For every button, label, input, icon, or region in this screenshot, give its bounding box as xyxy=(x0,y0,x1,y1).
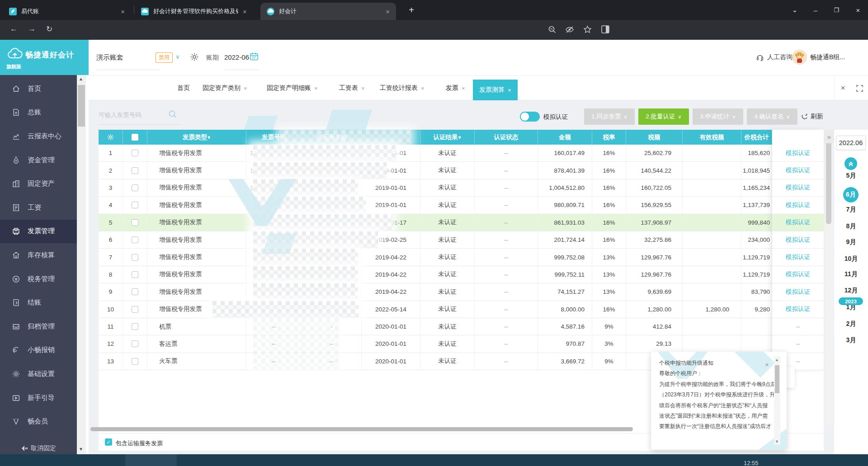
sidebar-item-小畅报销[interactable]: 小畅报销 xyxy=(0,339,77,362)
table-row[interactable]: 11机票---2020-01-01未认证--4,587.169%412.84 xyxy=(99,318,824,335)
side-panel-icon[interactable] xyxy=(601,25,609,33)
button-1.同步发票[interactable]: 1.同步发票∨ xyxy=(584,108,635,125)
scroll-up-icon[interactable]: ▲ xyxy=(775,358,779,362)
table-row[interactable]: 4增值税专用发票2019-01-01未认证--980,809.7116%156,… xyxy=(99,197,824,214)
select-all-checkbox[interactable] xyxy=(132,134,138,141)
browser-tab[interactable]: 易代账 × xyxy=(4,3,130,20)
table-row[interactable]: 5增值税专用发票2019-01-17未认证--861,931.0316%137,… xyxy=(99,214,824,231)
tab-close-icon[interactable]: × xyxy=(243,8,247,15)
table-row[interactable]: 8增值税专用发票2019-04-22未认证--999,752.1113%129,… xyxy=(99,266,824,283)
simulate-verify-link[interactable]: 模拟认证 xyxy=(772,145,824,162)
sidebar-item-总账[interactable]: 总账 xyxy=(0,101,77,125)
search-input[interactable]: 可输入发票号码 xyxy=(99,111,142,119)
account-name[interactable]: 演示账套 xyxy=(96,53,123,62)
settings-gear-icon[interactable] xyxy=(190,52,199,61)
sidebar-item-税务管理[interactable]: 税务管理 xyxy=(0,267,77,291)
month-item-9月[interactable]: 9月 xyxy=(834,238,868,246)
simulate-verify-link[interactable]: 模拟认证 xyxy=(772,301,824,318)
row-checkbox[interactable] xyxy=(132,184,138,191)
tab-固定资产类别[interactable]: 固定资产类别× xyxy=(203,76,247,100)
sidebar-item-归档管理[interactable]: 归档管理 xyxy=(0,315,77,339)
browser-tab-active[interactable]: 好会计 × xyxy=(260,3,396,20)
month-item-6月[interactable]: 6月 xyxy=(843,187,859,202)
refresh-button[interactable]: 刷新 xyxy=(801,113,823,121)
button-2.批量认证[interactable]: 2.批量认证∨ xyxy=(638,108,689,125)
row-checkbox[interactable] xyxy=(132,358,138,365)
popup-close-icon[interactable]: × xyxy=(765,361,769,368)
table-row[interactable]: 9增值税专用发票2019-04-22未认证--74,151.2713%9,639… xyxy=(99,283,824,301)
row-checkbox[interactable] xyxy=(132,271,138,278)
tab-close-icon[interactable]: × xyxy=(361,85,365,92)
simulate-verify-link[interactable]: 模拟认证 xyxy=(772,162,824,179)
row-checkbox[interactable] xyxy=(132,202,138,208)
sidebar-item-畅会员[interactable]: 畅会员 xyxy=(0,410,77,433)
tab-工资统计报表[interactable]: 工资统计报表× xyxy=(380,76,425,100)
sidebar-item-结账[interactable]: 结账 xyxy=(0,291,77,315)
fullscreen-icon[interactable] xyxy=(851,76,868,100)
row-checkbox[interactable] xyxy=(132,306,138,313)
transport-checkbox[interactable]: ✓ xyxy=(105,438,112,446)
row-checkbox[interactable] xyxy=(132,340,138,347)
table-row[interactable]: 1增值税专用发票12019-01-01未认证--160,017.4916%25,… xyxy=(99,145,824,162)
table-row[interactable]: 6增值税专用发票2019-02-25未认证--201,724.1416%32,2… xyxy=(99,231,824,249)
tab-close-icon[interactable]: × xyxy=(386,8,390,15)
sidebar-item-库存核算[interactable]: 库存核算 xyxy=(0,243,77,267)
user-name[interactable]: 畅捷通B组... xyxy=(810,53,845,61)
eye-off-icon[interactable] xyxy=(565,25,574,34)
simulate-verify-link[interactable]: 模拟认证 xyxy=(772,266,824,283)
simulate-verify-link[interactable]: 模拟认证 xyxy=(772,197,824,214)
scrollbar-thumb[interactable] xyxy=(78,85,85,127)
table-vscrollbar-thumb[interactable] xyxy=(826,132,831,224)
tab-固定资产明细账[interactable]: 固定资产明细账× xyxy=(267,76,318,100)
month-item-2月[interactable]: 2月 xyxy=(834,320,868,328)
row-checkbox[interactable] xyxy=(132,254,138,261)
row-checkbox[interactable] xyxy=(132,288,138,295)
table-row[interactable]: 10增值税专用发票2022-05-14未认证--8,000.0016%1,280… xyxy=(99,301,824,318)
simulate-verify-link[interactable]: 模拟认证 xyxy=(772,179,824,197)
scrollbar-thumb[interactable] xyxy=(775,365,779,393)
tab-close-icon[interactable]: × xyxy=(314,85,318,92)
sidebar-item-云报表中心[interactable]: 云报表中心 xyxy=(0,124,77,148)
tab-工资表[interactable]: 工资表× xyxy=(339,76,365,100)
simulate-verify-link[interactable]: 模拟认证 xyxy=(772,283,824,301)
scroll-up-icon[interactable]: ▲ xyxy=(79,76,83,81)
close-all-tabs-icon[interactable]: × xyxy=(834,76,851,100)
button-4.确认签名[interactable]: 4.确认签名∨ xyxy=(747,108,797,125)
period-value[interactable]: 2022-06 xyxy=(224,53,249,61)
window-maximize-button[interactable]: ❐ xyxy=(826,0,846,20)
zoom-icon[interactable] xyxy=(548,25,557,34)
tab-close-icon[interactable]: × xyxy=(508,87,511,94)
month-item-3月[interactable]: 3月 xyxy=(834,336,868,344)
reload-button[interactable]: ↻ xyxy=(46,24,52,34)
new-tab-button[interactable]: + xyxy=(403,0,420,20)
sidebar-item-固定资产[interactable]: 固定资产 xyxy=(0,172,77,196)
row-checkbox[interactable] xyxy=(132,236,138,243)
taskbar-item[interactable] xyxy=(125,454,177,466)
sidebar-item-首页[interactable]: 首页 xyxy=(0,77,77,101)
table-row[interactable]: 3增值税专用发票12019-01-01未认证--1,004,512.8016%1… xyxy=(99,179,824,197)
tab-close-icon[interactable]: × xyxy=(244,85,247,92)
table-row[interactable]: 7增值税专用发票2019-04-22未认证--999,752.0813%129,… xyxy=(99,249,824,266)
scroll-months-up-button[interactable] xyxy=(844,157,857,170)
table-hscrollbar-thumb[interactable] xyxy=(90,427,633,431)
scroll-down-icon[interactable]: ▼ xyxy=(775,439,779,444)
search-icon[interactable] xyxy=(168,110,177,119)
row-checkbox[interactable] xyxy=(132,167,138,174)
scroll-down-icon[interactable]: ▼ xyxy=(79,447,83,452)
row-checkbox[interactable] xyxy=(132,323,138,330)
unpin-button[interactable]: 取消固定 xyxy=(0,442,77,454)
month-item-5月[interactable]: 5月 xyxy=(834,172,868,180)
sidebar-item-基础设置[interactable]: 基础设置 xyxy=(0,362,77,386)
column-settings-gear-icon[interactable] xyxy=(107,133,114,141)
sidebar-item-发票管理[interactable]: 发票管理 xyxy=(0,220,77,244)
tab-发票测算[interactable]: 发票测算× xyxy=(473,80,518,100)
collapse-panel-icon[interactable]: » xyxy=(824,130,835,143)
month-item-10月[interactable]: 10月 xyxy=(834,255,868,263)
tab-首页[interactable]: 首页 xyxy=(177,76,190,100)
sidebar-scrollbar[interactable]: ▲ ▼ xyxy=(77,75,86,454)
bookmark-star-icon[interactable] xyxy=(583,25,592,34)
simulate-verify-link[interactable]: 模拟认证 xyxy=(772,214,824,231)
row-checkbox[interactable] xyxy=(132,219,138,226)
table-row[interactable]: 2增值税专用发票102019-01-01未认证--878,401.3916%14… xyxy=(99,162,824,179)
sidebar-item-新手引导[interactable]: 新手引导 xyxy=(0,386,77,410)
